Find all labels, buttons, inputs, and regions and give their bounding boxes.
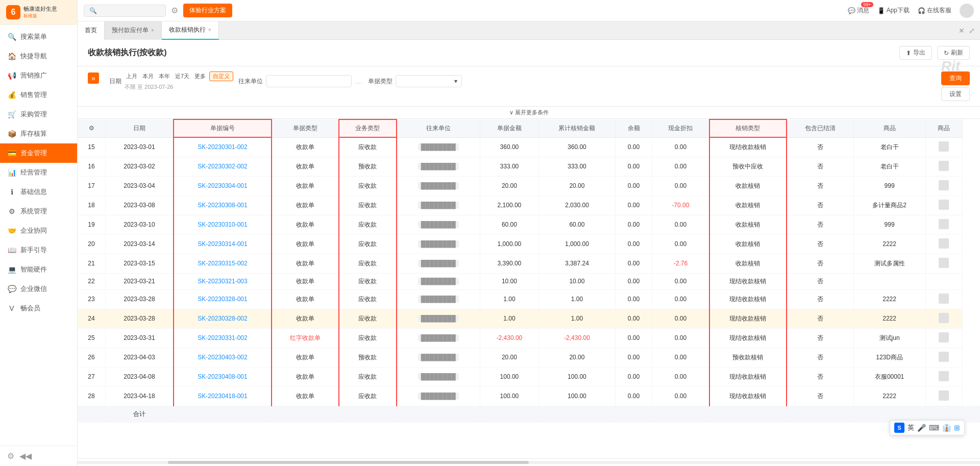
more-conditions-btn[interactable]: … [355, 77, 363, 86]
solution-button[interactable]: 体验行业方案 [183, 4, 232, 17]
filter-toggle-button[interactable]: » [88, 72, 99, 84]
sidebar-item-search[interactable]: 🔍搜索菜单 [0, 27, 77, 46]
cell-biz-type: 应收款 [339, 328, 397, 348]
sidebar-item-inventory[interactable]: 📦库存核算 [0, 124, 77, 143]
collapse-icon[interactable]: ◀◀ [19, 451, 32, 461]
cell-goods-image [925, 234, 962, 254]
messages-button[interactable]: 💬 消息 99+ [848, 6, 869, 15]
voucher-no-link[interactable]: SK-20230408-001 [198, 373, 247, 380]
cell-writeoff-type: 现结收款核销 [709, 137, 787, 157]
cell-date: 2023-04-18 [106, 386, 174, 406]
cell-date: 2023-03-04 [106, 176, 174, 195]
expand-more-button[interactable]: ∨ 展开更多条件 [509, 109, 549, 116]
header-actions: ⬆ 导出 ↻ 刷新 [899, 46, 970, 60]
setting-button[interactable]: 设置 [941, 87, 970, 101]
voucher-no-link[interactable]: SK-20230304-001 [198, 182, 247, 189]
export-button[interactable]: ⬆ 导出 [899, 46, 932, 60]
search-input[interactable] [99, 7, 160, 14]
cell-rownum: 20 [78, 234, 106, 254]
settings-icon[interactable]: ⚙ [7, 451, 14, 461]
total-label: 合计 [106, 406, 174, 422]
sidebar-icon-member: V [7, 304, 16, 312]
sidebar-item-purchase[interactable]: 🛒采购管理 [0, 105, 77, 124]
app-download-button[interactable]: 📱 App下载 [877, 6, 910, 15]
voucher-no-link[interactable]: SK-20230321-003 [198, 278, 247, 285]
close-all-tabs-icon[interactable]: ✕ [959, 27, 965, 35]
query-button[interactable]: 查询 [941, 71, 970, 85]
user-avatar[interactable] [960, 4, 974, 18]
sidebar-item-guide[interactable]: 📖新手引导 [0, 240, 77, 260]
voucher-no-link[interactable]: SK-20230403-002 [198, 354, 247, 361]
tab-collection[interactable]: 收款核销执行× [162, 21, 219, 40]
grid-icon[interactable]: ⊞ [954, 424, 960, 432]
sidebar-item-basic[interactable]: ℹ基础信息 [0, 182, 77, 202]
sidebar-item-wechat[interactable]: 💬企业微信 [0, 279, 77, 299]
keyboard-icon[interactable]: ⌨ [929, 424, 939, 432]
tab-close-prepay[interactable]: × [151, 28, 154, 33]
refresh-button[interactable]: ↻ 刷新 [937, 46, 970, 60]
voucher-type-select[interactable] [396, 75, 462, 87]
mic-icon[interactable]: 🎤 [917, 424, 926, 432]
sidebar-item-marketing[interactable]: 📢营销推广 [0, 66, 77, 85]
cell-biz-type: 应收款 [339, 195, 397, 215]
voucher-no-link[interactable]: SK-20230308-001 [198, 202, 247, 209]
sidebar-item-finance[interactable]: 💳资金管理 [0, 143, 77, 163]
tab-prepay[interactable]: 预付款应付单× [105, 21, 162, 40]
this-month-shortcut[interactable]: 本月 [141, 72, 155, 81]
cell-amount: 100.00 [480, 386, 538, 406]
sidebar-item-hardware[interactable]: 💻智能硬件 [0, 260, 77, 279]
scroll-thumb[interactable] [168, 461, 529, 464]
date-shortcuts: 上月 本月 本年 近7天 更多 自定义 [125, 71, 233, 81]
voucher-no-link[interactable]: SK-20230314-001 [198, 240, 247, 248]
tab-home[interactable]: 首页 [78, 21, 105, 40]
sidebar-item-system[interactable]: ⚙系统管理 [0, 202, 77, 221]
sidebar-item-sales[interactable]: 💰销售管理 [0, 85, 77, 105]
goods-thumbnail [939, 313, 949, 323]
th-include_settled: 包含已结清 [787, 119, 853, 137]
sidebar-item-shortcut[interactable]: 🏠快捷导航 [0, 46, 77, 66]
voucher-no-link[interactable]: SK-20230302-002 [198, 163, 247, 170]
cell-goods: 2222 [853, 386, 925, 406]
sidebar-item-cooperation[interactable]: 🤝企业协同 [0, 221, 77, 240]
cell-partner: ████████ [397, 195, 480, 215]
cell-goods: 衣服00001 [853, 367, 925, 386]
sidebar-item-operations[interactable]: 📊经营管理 [0, 163, 77, 182]
voucher-no-link[interactable]: SK-20230301-002 [198, 143, 247, 151]
more-shortcut[interactable]: 更多 [193, 72, 207, 81]
voucher-no-link[interactable]: SK-20230328-002 [198, 315, 247, 322]
voucher-no-link[interactable]: SK-20230328-001 [198, 296, 247, 303]
cell-partner: ████████ [397, 176, 480, 195]
custom-date-button[interactable]: 自定义 [209, 71, 233, 81]
cell-balance: 0.00 [615, 328, 652, 348]
voucher-no-link[interactable]: SK-20230331-002 [198, 334, 247, 341]
cell-goods-image [925, 273, 962, 289]
cell-cumulative-writeoff: 20.00 [539, 176, 616, 195]
blurred-partner: ████████ [418, 240, 459, 248]
voucher-no-link[interactable]: SK-20230310-001 [198, 221, 247, 228]
main-area: 🔍 ⚙ 体验行业方案 💬 消息 99+ 📱 App下载 🎧 在线客服 首页预付款… [78, 0, 980, 466]
cell-include-settled: 否 [787, 386, 853, 406]
cell-partner: ████████ [397, 328, 480, 348]
table-row: 232023-03-28SK-20230328-001收款单应收款███████… [78, 289, 980, 309]
cell-date: 2023-03-02 [106, 157, 174, 176]
sidebar-item-member[interactable]: V畅会员 [0, 299, 77, 318]
maximize-icon[interactable]: ⤢ [969, 27, 975, 35]
tab-close-collection[interactable]: × [208, 27, 211, 33]
this-year-shortcut[interactable]: 本年 [157, 72, 172, 81]
shirt-icon[interactable]: 👔 [942, 424, 951, 432]
settings-col-icon[interactable]: ⚙ [89, 125, 94, 132]
voucher-no-link[interactable]: SK-20230315-002 [198, 260, 247, 267]
online-service-button[interactable]: 🎧 在线客服 [918, 6, 951, 15]
blurred-partner: ████████ [418, 221, 459, 228]
cell-biz-type: 应收款 [339, 386, 397, 406]
cell-goods: 测试多属性 [853, 254, 925, 273]
partner-input[interactable] [266, 75, 352, 87]
cell-writeoff-type: 收款核销 [709, 215, 787, 234]
search-box[interactable]: 🔍 [84, 5, 166, 17]
cell-voucher-type: 收款单 [272, 176, 339, 195]
voucher-no-link[interactable]: SK-20230418-001 [198, 393, 247, 400]
last7-shortcut[interactable]: 近7天 [174, 72, 191, 81]
gear-icon[interactable]: ⚙ [171, 6, 178, 15]
blurred-partner: ████████ [418, 143, 459, 151]
last-month-shortcut[interactable]: 上月 [125, 72, 139, 81]
